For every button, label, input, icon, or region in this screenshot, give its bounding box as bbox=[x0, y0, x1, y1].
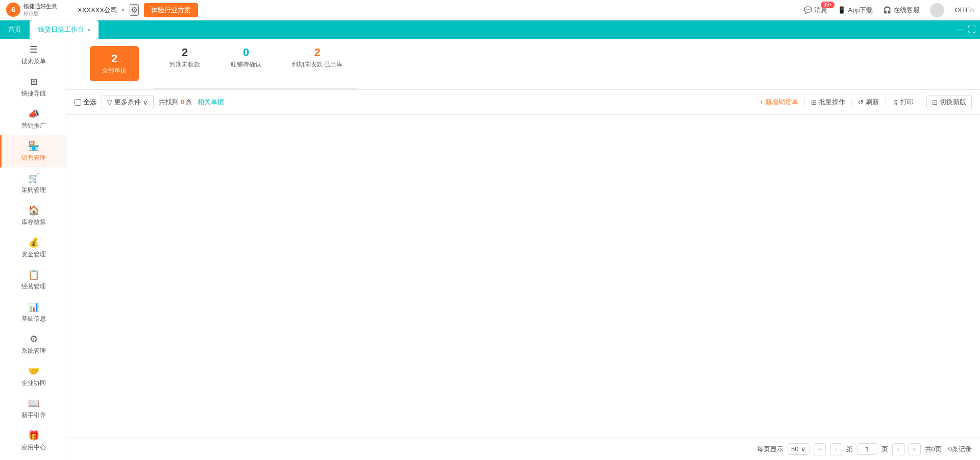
stat-tab-overdue[interactable]: 2 到期未收款 bbox=[154, 39, 215, 90]
user-name: OfTEn bbox=[954, 6, 974, 14]
message-button[interactable]: 💬 消息 99+ bbox=[804, 6, 827, 15]
page-size-select[interactable]: 50 ∨ bbox=[788, 443, 809, 455]
sidebar-item-purchase[interactable]: 🛒 采购管理 bbox=[0, 167, 66, 200]
sidebar-sales-label: 销售管理 bbox=[21, 154, 46, 162]
related-link[interactable]: 相关单据 bbox=[198, 98, 224, 107]
maximize-icon[interactable]: ⛶ bbox=[968, 25, 976, 34]
divider4 bbox=[920, 98, 920, 106]
sidebar-item-search[interactable]: ☰ 搜索菜单 bbox=[0, 39, 66, 71]
sidebar: ☰ 搜索菜单 ⊞ 快捷导航 📣 营销推广 🏪 销售管理 🛒 采购管理 🏠 库存核… bbox=[0, 39, 66, 460]
page-suffix: 页 bbox=[881, 445, 888, 454]
switch-icon: ⊡ bbox=[932, 99, 938, 106]
stat-wangpu-label: 旺铺待确认 bbox=[231, 60, 261, 69]
gift-icon: 🎁 bbox=[28, 430, 39, 441]
switch-version-button[interactable]: ⊡ 切换新版 bbox=[926, 95, 972, 109]
chevron-down-icon: ∨ bbox=[143, 99, 148, 106]
select-all-label: 全选 bbox=[83, 98, 96, 107]
sidebar-basics-label: 基础信息 bbox=[21, 314, 46, 323]
message-badge: 99+ bbox=[821, 2, 835, 8]
first-page-button[interactable]: « bbox=[814, 443, 826, 455]
sidebar-item-apps[interactable]: 🎁 应用中心 bbox=[0, 425, 66, 457]
batch-label: 批量操作 bbox=[819, 98, 845, 107]
sidebar-item-operations[interactable]: 📋 经营管理 bbox=[0, 264, 66, 296]
headset-icon: 🎧 bbox=[883, 6, 891, 14]
stat-outstock-label: 到期未收款 已出库 bbox=[292, 60, 342, 69]
message-icon: 💬 bbox=[804, 6, 812, 14]
app-download-button[interactable]: 📱 App下载 bbox=[838, 6, 873, 15]
toolbar-left: 全选 ▽ 更多条件 ∨ 共找到 0 条 相关单据 bbox=[75, 95, 753, 109]
stats-tabs: 2 全部单据 2 到期未收款 0 旺铺待确认 2 到期未收款 已出库 bbox=[66, 39, 980, 90]
found-count: 0 bbox=[181, 98, 184, 106]
tab-qhrc[interactable]: 钱货日清工作台 × bbox=[30, 20, 99, 39]
switch-label: 切换新版 bbox=[940, 98, 966, 107]
company-selector[interactable]: XXXXXX公司 ▼ bbox=[78, 6, 126, 15]
sidebar-item-enterprise[interactable]: 🤝 企业协同 bbox=[0, 360, 66, 393]
stat-overdue-label: 到期未收款 bbox=[169, 60, 200, 69]
shop-icon: 🏪 bbox=[28, 140, 39, 152]
batch-icon: ⊞ bbox=[811, 99, 817, 106]
sidebar-search-label: 搜索菜单 bbox=[21, 57, 46, 66]
last-page-button[interactable]: » bbox=[909, 443, 921, 455]
filter-button[interactable]: ▽ 更多条件 ∨ bbox=[102, 95, 154, 109]
print-button[interactable]: 🖨 打印 bbox=[892, 98, 914, 107]
sidebar-finance-label: 资金管理 bbox=[21, 250, 46, 259]
sidebar-item-wechat[interactable]: 💬 企业微信 bbox=[0, 457, 66, 460]
nav-tabs: 首页 钱货日清工作台 × — ⛶ bbox=[0, 20, 980, 39]
sidebar-purchase-label: 采购管理 bbox=[21, 186, 46, 195]
sidebar-item-guide[interactable]: 📖 新手引导 bbox=[0, 393, 66, 425]
sidebar-enterprise-label: 企业协同 bbox=[21, 379, 46, 388]
table-area bbox=[66, 115, 980, 438]
house-icon: 🏠 bbox=[28, 205, 39, 216]
stat-wangpu-number: 0 bbox=[243, 46, 249, 59]
sidebar-operations-label: 经营管理 bbox=[21, 282, 46, 291]
tab-close-icon[interactable]: × bbox=[87, 27, 90, 33]
found-unit: 条 bbox=[186, 98, 192, 106]
stat-overdue-number: 2 bbox=[182, 46, 188, 59]
divider3 bbox=[885, 98, 886, 106]
stat-all-bg: 2 全部单据 bbox=[90, 46, 139, 81]
settings-button[interactable]: ⚙ bbox=[130, 4, 139, 16]
search-icon: ☰ bbox=[30, 44, 38, 55]
sidebar-item-quick-nav[interactable]: ⊞ 快捷导航 bbox=[0, 71, 66, 103]
online-service-button[interactable]: 🎧 在线客服 bbox=[883, 6, 920, 15]
stat-tab-all[interactable]: 2 全部单据 bbox=[75, 39, 154, 90]
filter-label: 更多条件 bbox=[114, 98, 141, 107]
logo-area: 6 畅捷通好生意 标准版 bbox=[6, 3, 72, 17]
select-all-checkbox[interactable]: 全选 bbox=[75, 98, 96, 107]
book-icon: 📖 bbox=[28, 398, 39, 409]
minimize-icon[interactable]: — bbox=[955, 25, 964, 34]
batch-button[interactable]: ⊞ 批量操作 bbox=[811, 98, 845, 107]
found-prefix: 共找到 bbox=[159, 98, 179, 106]
next-page-button[interactable]: › bbox=[892, 443, 904, 455]
sidebar-item-inventory[interactable]: 🏠 库存核算 bbox=[0, 200, 66, 232]
industry-btn[interactable]: 体验行业方案 bbox=[144, 3, 198, 17]
sidebar-item-marketing[interactable]: 📣 营销推广 bbox=[0, 103, 66, 135]
sidebar-item-finance[interactable]: 💰 资金管理 bbox=[0, 232, 66, 264]
tab-home[interactable]: 首页 bbox=[0, 20, 30, 39]
per-page-label: 每页显示 bbox=[757, 445, 783, 454]
stat-all-number: 2 bbox=[102, 52, 127, 65]
grid-icon: ⊞ bbox=[30, 76, 38, 87]
phone-icon: 📱 bbox=[838, 6, 846, 14]
refresh-button[interactable]: ↺ 刷新 bbox=[858, 98, 879, 107]
page-label: 第 bbox=[846, 445, 853, 454]
prev-page-button[interactable]: ‹ bbox=[830, 443, 842, 455]
clipboard-icon: 📋 bbox=[28, 269, 39, 280]
table-icon: 📊 bbox=[28, 301, 39, 312]
page-size-value: 50 bbox=[791, 445, 798, 453]
stat-tab-wangpu[interactable]: 0 旺铺待确认 bbox=[215, 39, 277, 90]
add-sale-button[interactable]: + 新增销货单 bbox=[760, 98, 798, 107]
avatar[interactable] bbox=[930, 3, 944, 17]
stat-tab-outstock[interactable]: 2 到期未收款 已出库 bbox=[277, 39, 358, 90]
toolbar: 全选 ▽ 更多条件 ∨ 共找到 0 条 相关单据 + 新增销货单 ⊞ bbox=[66, 90, 980, 115]
page-input[interactable] bbox=[857, 443, 877, 455]
home-tab-label: 首页 bbox=[8, 25, 21, 34]
sidebar-item-sales[interactable]: 🏪 销售管理 bbox=[0, 135, 66, 167]
select-all-input[interactable] bbox=[75, 99, 81, 106]
sidebar-item-basics[interactable]: 📊 基础信息 bbox=[0, 296, 66, 328]
sidebar-item-system[interactable]: ⚙ 系统管理 bbox=[0, 328, 66, 360]
stat-outstock-number: 2 bbox=[314, 46, 321, 59]
sidebar-marketing-label: 营销推广 bbox=[21, 122, 46, 130]
sidebar-system-label: 系统管理 bbox=[21, 347, 46, 355]
refresh-label: 刷新 bbox=[866, 98, 879, 107]
